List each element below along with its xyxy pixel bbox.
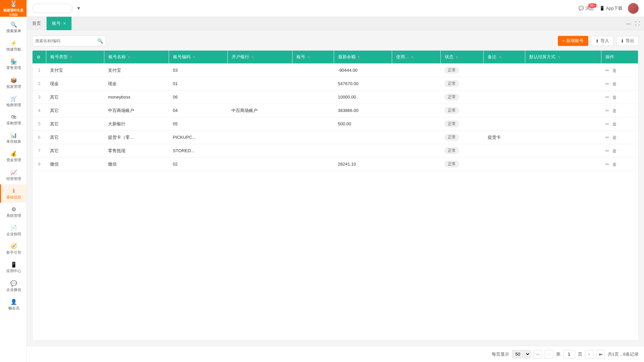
edit-button[interactable]: ✏ <box>605 121 609 127</box>
export-button[interactable]: ⬇ 导出 <box>616 36 639 46</box>
col-remark[interactable]: 备注 ⇅ <box>484 51 525 64</box>
app-download-button[interactable]: 📱 App下载 <box>599 5 623 11</box>
edit-button[interactable]: ✏ <box>605 108 609 113</box>
col-settings[interactable]: ⚙ <box>33 51 46 64</box>
col-status[interactable]: 状态 ⇅ <box>440 51 484 64</box>
page-first-button[interactable]: ⏮ <box>533 350 542 359</box>
row-account <box>292 158 334 171</box>
tab-maximize-button[interactable]: ⛶ <box>633 19 641 27</box>
delete-button[interactable]: 🗑 <box>612 148 617 154</box>
sidebar-item-member[interactable]: 👤 畅会员 <box>0 295 26 314</box>
sidebar-label-app-center: 应用中心 <box>6 269 21 273</box>
page-next-button[interactable]: › <box>585 350 594 359</box>
operation-icon: 📈 <box>10 169 17 176</box>
top-search-input[interactable] <box>32 4 72 13</box>
sidebar-item-agreement[interactable]: 📄 企业协同 <box>0 221 26 240</box>
col-settlement[interactable]: 默认结算方式 ⇅ <box>525 51 601 64</box>
delete-button[interactable]: 🗑 <box>612 121 617 127</box>
edit-button[interactable]: ✏ <box>605 148 609 154</box>
row-name: 现金 <box>104 77 169 90</box>
delete-button[interactable]: 🗑 <box>612 162 617 167</box>
col-code[interactable]: 账号编码 ⇅ <box>169 51 227 64</box>
finance-icon: 💰 <box>10 150 17 157</box>
tab-account[interactable]: 账号 ✕ <box>47 17 72 30</box>
row-name: 零售抵现 <box>104 144 169 158</box>
row-status: 正常 <box>440 77 484 90</box>
sidebar-item-retail[interactable]: 🏪 零售管理 <box>0 55 26 73</box>
pagination-bar: 每页显示 50 100 200 ⏮ ‹ 第 页 › ⏭ 共1页，8条记录 <box>27 346 644 362</box>
row-num: 3 <box>33 90 46 104</box>
purchase-icon: 🛍 <box>11 114 16 120</box>
edit-button[interactable]: ✏ <box>605 162 609 167</box>
agreement-icon: 📄 <box>10 225 17 231</box>
sidebar-item-guide[interactable]: 🧭 新手引导 <box>0 240 26 258</box>
add-account-button[interactable]: + 新增账号 <box>558 36 588 46</box>
col-bank[interactable]: 开户银行 ⇅ <box>227 51 292 64</box>
col-account[interactable]: 账号 ⇅ <box>292 51 334 64</box>
delete-button[interactable]: 🗑 <box>612 81 617 86</box>
sidebar-item-purchase[interactable]: 🛍 采购管理 <box>0 111 26 129</box>
sidebar-item-finance[interactable]: 💰 资金管理 <box>0 147 26 166</box>
row-balance: -90444.00 <box>334 64 392 77</box>
tab-minimize-button[interactable]: — <box>625 19 633 27</box>
col-name[interactable]: 账号名称 ⇅ <box>104 51 169 64</box>
col-usage[interactable]: 使用... ⇅ <box>392 51 441 64</box>
sidebar-item-inventory[interactable]: 📊 库存核算 <box>0 129 26 147</box>
header-dropdown[interactable]: ▼ <box>76 6 81 11</box>
sidebar-item-system[interactable]: ⚙ 系统管理 <box>0 203 26 221</box>
sidebar-item-wholesale[interactable]: 📦 批发管理 <box>0 74 26 92</box>
row-settlement <box>525 104 601 117</box>
sidebar-item-app-center[interactable]: 📱 应用中心 <box>0 258 26 277</box>
col-type[interactable]: 账号类型 ⇅ <box>46 51 104 64</box>
col-balance[interactable]: 最新余额 ⇅ <box>334 51 392 64</box>
sidebar-label-wholesale: 批发管理 <box>6 84 21 89</box>
table-row: 6 其它 提货卡（零... PICKUPC... 正常 提货卡 ✏ 🗑 <box>33 131 638 144</box>
page-number-input[interactable] <box>563 350 575 359</box>
edit-button[interactable]: ✏ <box>605 81 609 86</box>
logo-icon: 🐰 <box>10 0 17 7</box>
delete-button[interactable]: 🗑 <box>612 68 617 73</box>
row-settlement <box>525 158 601 171</box>
delete-button[interactable]: 🗑 <box>612 95 617 100</box>
import-button[interactable]: ⬆ 导入 <box>591 36 613 46</box>
sidebar-label-operation: 经营管理 <box>6 177 21 181</box>
tab-home[interactable]: 首页 <box>27 17 47 30</box>
edit-button[interactable]: ✏ <box>605 135 609 140</box>
sidebar-item-quick[interactable]: ⚡ 快捷导航 <box>0 37 26 55</box>
row-remark <box>484 77 525 90</box>
sidebar-item-ecommerce[interactable]: 🛒 电商管理 <box>0 92 26 111</box>
sidebar-item-operation[interactable]: 📈 经营管理 <box>0 166 26 184</box>
tab-account-close[interactable]: ✕ <box>63 21 66 26</box>
edit-button[interactable]: ✏ <box>605 68 609 73</box>
page-prev-button[interactable]: ‹ <box>545 350 553 359</box>
row-actions: ✏ 🗑 <box>601 77 638 90</box>
search-icon[interactable]: 🔍 <box>97 38 103 44</box>
row-bank <box>227 144 292 158</box>
status-badge: 正常 <box>444 161 459 168</box>
row-balance <box>334 144 392 158</box>
wechat-icon: 💬 <box>10 280 17 287</box>
row-account <box>292 144 334 158</box>
page-size-select[interactable]: 50 100 200 <box>512 350 531 358</box>
row-settlement <box>525 117 601 131</box>
row-name: 提货卡（零... <box>104 131 169 144</box>
row-balance: 28241.10 <box>334 158 392 171</box>
delete-button[interactable]: 🗑 <box>612 108 617 113</box>
row-name: 微信 <box>104 158 169 171</box>
page-last-button[interactable]: ⏭ <box>596 350 605 359</box>
message-button[interactable]: 💬 消息 99+ <box>579 5 594 11</box>
delete-button[interactable]: 🗑 <box>612 135 617 140</box>
row-num: 6 <box>33 131 46 144</box>
settings-icon: ⚙ <box>37 55 41 60</box>
sort-settlement-icon: ⇅ <box>558 55 560 59</box>
sidebar: 🐰 畅捷通时生意 乐透版 🔍 搜索菜单 ⚡ 快捷导航 🏪 零售管理 📦 批发管理… <box>0 0 27 362</box>
table-row: 8 微信 微信 02 28241.10 正常 ✏ 🗑 <box>33 158 638 171</box>
sidebar-item-wechat[interactable]: 💬 企业微信 <box>0 277 26 295</box>
edit-button[interactable]: ✏ <box>605 95 609 100</box>
ecommerce-icon: 🛒 <box>10 96 17 102</box>
sidebar-item-search[interactable]: 🔍 搜索菜单 <box>0 18 26 37</box>
sidebar-item-basic[interactable]: ℹ 基础信息 <box>0 184 26 203</box>
search-input[interactable] <box>35 39 97 43</box>
row-code: STORED... <box>169 144 227 158</box>
user-avatar[interactable] <box>628 3 639 14</box>
